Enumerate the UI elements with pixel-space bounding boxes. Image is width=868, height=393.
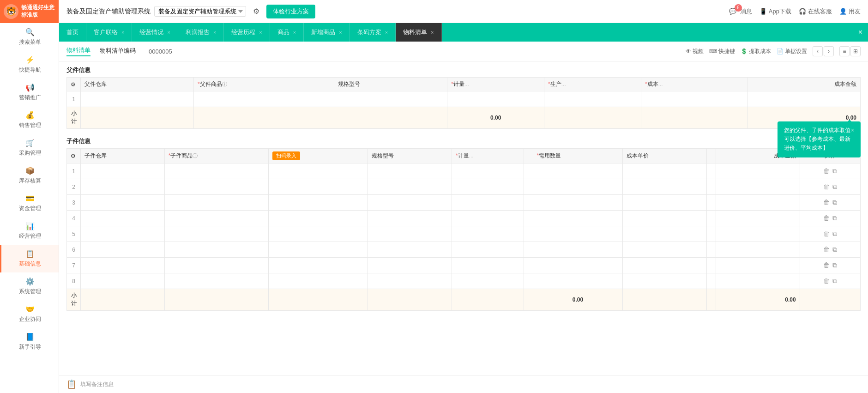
- parent-warehouse-cell[interactable]: [81, 91, 194, 107]
- grid-view-btn[interactable]: ⊞: [850, 46, 861, 56]
- child-goods-1[interactable]: [164, 163, 268, 179]
- sales-icon: 💰: [25, 111, 35, 120]
- child-ucost-1[interactable]: [623, 163, 707, 179]
- copy-icon-1[interactable]: ⧉: [832, 167, 837, 175]
- child-spec-1[interactable]: [368, 163, 452, 179]
- delete-icon-4[interactable]: 🗑: [823, 214, 830, 222]
- tab-home[interactable]: 首页: [59, 23, 86, 42]
- user-btn[interactable]: 👤 用友: [839, 7, 861, 16]
- content-area: 物料清单 物料清单编码 0000005 👁 视频 ⌨ 快捷键 💲 提取成本 📄: [59, 42, 868, 393]
- child-ucost-2[interactable]: [623, 179, 707, 195]
- copy-icon-3[interactable]: ⧉: [832, 199, 837, 206]
- copy-icon-7[interactable]: ⧉: [832, 261, 837, 269]
- close-customer-tab[interactable]: ×: [121, 30, 124, 35]
- nav-prev[interactable]: ‹: [813, 46, 823, 56]
- child-unit-1[interactable]: [452, 163, 524, 179]
- delete-icon-8[interactable]: 🗑: [823, 277, 830, 285]
- sidebar-item-inventory[interactable]: 📦 库存核算: [0, 162, 59, 189]
- nav-next[interactable]: ›: [824, 46, 834, 56]
- sidebar-item-basic-info[interactable]: 📋 基础信息: [0, 245, 59, 272]
- parent-cost-cell[interactable]: [641, 91, 738, 107]
- th-settings-parent[interactable]: ⚙: [67, 78, 81, 91]
- child-row-num-5: 5: [67, 226, 81, 242]
- sidebar-item-marketing[interactable]: 📢 营销推广: [0, 79, 59, 106]
- delete-icon-6[interactable]: 🗑: [823, 246, 830, 254]
- tab-bom[interactable]: 物料清单 ×: [396, 23, 441, 42]
- child-col2-2: [706, 179, 716, 195]
- tab-barcode[interactable]: 条码方案 ×: [350, 23, 396, 42]
- tab-customer[interactable]: 客户联络 ×: [86, 23, 132, 42]
- child-unit-2[interactable]: [452, 179, 524, 195]
- tab-operations[interactable]: 经营情况 ×: [132, 23, 178, 42]
- close-history-tab[interactable]: ×: [259, 30, 262, 35]
- parent-section-title: 父件信息: [66, 61, 861, 77]
- parent-goods-cell[interactable]: [194, 91, 334, 107]
- shortcut-icon: ⌨: [709, 48, 717, 54]
- app-download-btn[interactable]: 📱 App下载: [760, 7, 791, 16]
- delete-icon-5[interactable]: 🗑: [823, 230, 830, 238]
- extract-cost-btn[interactable]: 💲 提取成本: [741, 48, 771, 55]
- parent-unit-cell[interactable]: [447, 91, 544, 107]
- child-goods-2[interactable]: [164, 179, 268, 195]
- list-view-btn[interactable]: ≡: [839, 46, 850, 56]
- copy-icon-2[interactable]: ⧉: [832, 183, 837, 191]
- child-qty-1[interactable]: [533, 163, 623, 179]
- close-goods-tab[interactable]: ×: [293, 30, 296, 35]
- copy-icon-4[interactable]: ⧉: [832, 214, 837, 222]
- sidebar-item-quick-nav[interactable]: ⚡ 快捷导航: [0, 51, 59, 79]
- sidebar-item-operations[interactable]: 📊 经营管理: [0, 217, 59, 245]
- tab-profit[interactable]: 利润报告 ×: [178, 23, 224, 42]
- close-operations-tab[interactable]: ×: [167, 30, 170, 35]
- tab-history[interactable]: 经营历程 ×: [224, 23, 270, 42]
- tab-new-goods[interactable]: 新增商品 ×: [304, 23, 350, 42]
- delete-icon-2[interactable]: 🗑: [823, 183, 830, 191]
- close-barcode-tab[interactable]: ×: [385, 30, 388, 35]
- sidebar-item-guide[interactable]: 📘 新手引导: [0, 328, 59, 356]
- shortcut-btn[interactable]: ⌨ 快捷键: [709, 48, 735, 55]
- copy-icon-8[interactable]: ⧉: [832, 277, 837, 285]
- sub-tab-bom-list[interactable]: 物料清单: [66, 46, 90, 56]
- delete-icon-1[interactable]: 🗑: [823, 167, 830, 175]
- th-child-col2: [706, 149, 716, 163]
- message-btn[interactable]: 💬 6 消息: [729, 7, 752, 16]
- message-badge: 6: [735, 4, 742, 12]
- close-profit-tab[interactable]: ×: [213, 30, 216, 35]
- copy-icon-5[interactable]: ⧉: [832, 230, 837, 238]
- child-qty-2[interactable]: [533, 179, 623, 195]
- sidebar-item-enterprise[interactable]: 🤝 企业协同: [0, 300, 59, 328]
- th-parent-goods: *父件商品ⓘ: [194, 78, 334, 91]
- marketing-icon: 📢: [25, 83, 35, 92]
- sub-tab-bom-code[interactable]: 物料清单编码: [100, 47, 136, 56]
- sidebar-item-purchase[interactable]: 🛒 采购管理: [0, 134, 59, 162]
- sidebar-item-sales[interactable]: 💰 销售管理: [0, 106, 59, 134]
- scan-btn[interactable]: 扫码录入: [272, 151, 300, 160]
- parent-spec-cell[interactable]: [334, 91, 447, 107]
- close-new-goods-tab[interactable]: ×: [339, 30, 342, 35]
- sidebar-item-finance[interactable]: 💳 资金管理: [0, 189, 59, 217]
- online-service-btn[interactable]: 🎧 在线客服: [799, 7, 832, 16]
- child-wh-1[interactable]: [81, 163, 165, 179]
- trial-btn[interactable]: 体验行业方案: [266, 5, 315, 18]
- child-spec-2[interactable]: [368, 179, 452, 195]
- child-row-num-1: 1: [67, 163, 81, 179]
- finance-icon: 💳: [25, 194, 35, 203]
- gear-icon[interactable]: ⚙: [250, 5, 263, 18]
- sidebar-item-search[interactable]: 🔍 搜索菜单: [0, 23, 59, 51]
- close-bom-tab[interactable]: ×: [431, 30, 434, 35]
- bottom-notes-text[interactable]: 填写备注信息: [80, 381, 114, 388]
- tab-goods[interactable]: 商品 ×: [270, 23, 304, 42]
- topbar-system-select[interactable]: 装备及固定资产辅助管理系统: [154, 6, 246, 17]
- th-settings-child[interactable]: ⚙: [67, 149, 81, 163]
- delete-icon-7[interactable]: 🗑: [823, 261, 830, 269]
- doc-settings-btn[interactable]: 📄 单据设置: [777, 48, 807, 55]
- tooltip-close-btn[interactable]: ×: [851, 126, 854, 135]
- sidebar-item-system[interactable]: ⚙️ 系统管理: [0, 272, 59, 300]
- copy-icon-6[interactable]: ⧉: [832, 246, 837, 254]
- child-wh-2[interactable]: [81, 179, 165, 195]
- close-all-tabs[interactable]: ×: [853, 28, 868, 36]
- logo-text: 畅通通好生意 标准版: [21, 4, 54, 18]
- delete-icon-3[interactable]: 🗑: [823, 199, 830, 206]
- parent-production-cell[interactable]: [544, 91, 641, 107]
- view-btn[interactable]: 👁 视频: [686, 48, 704, 55]
- cost-icon: 💲: [741, 48, 747, 54]
